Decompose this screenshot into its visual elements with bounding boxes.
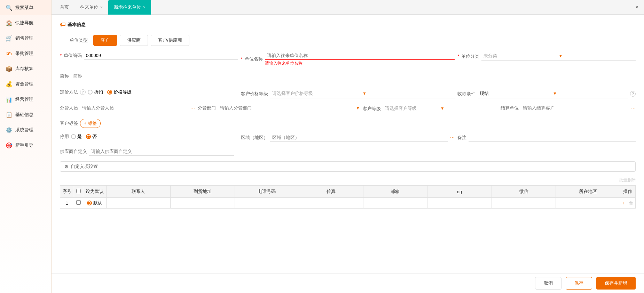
settlement-unit-input[interactable]: [521, 104, 629, 112]
row-qq-input[interactable]: [430, 201, 489, 206]
payment-terms-select[interactable]: 现结 ▼: [478, 89, 628, 98]
table-header-row: 序号 设为默认 联系人 到货地址 电话号码 传真 邮箱 qq 微信 所在地区 操…: [60, 186, 636, 198]
sidebar-item-basic-info[interactable]: 📋 基础信息: [0, 107, 51, 122]
row-wechat[interactable]: [492, 198, 556, 209]
col-fax: 传真: [299, 186, 363, 198]
home-icon: 🏠: [6, 19, 13, 26]
pricing-help-icon[interactable]: ?: [80, 89, 86, 95]
row-region-input[interactable]: [558, 201, 618, 206]
disable-label: 停用: [60, 133, 69, 140]
row-region[interactable]: [556, 198, 620, 209]
remarks-input[interactable]: [469, 133, 636, 142]
row-default-radio[interactable]: 默认: [85, 200, 104, 206]
col-seq: 序号: [60, 186, 74, 198]
batch-delete-button[interactable]: 批量删除: [619, 177, 636, 183]
form-row-4: 分管人员 ··· 分管部门 ▼ 客户等级 请选择客户等级 ▼ 结算单位 ···: [60, 104, 636, 113]
row-phone-input[interactable]: [237, 201, 297, 206]
manager-more-icon[interactable]: ···: [190, 105, 195, 111]
sidebar-item-operations[interactable]: 📊 经营管理: [0, 92, 51, 107]
save-button[interactable]: 保存: [566, 277, 592, 290]
row-address[interactable]: [171, 198, 235, 209]
contact-table: 序号 设为默认 联系人 到货地址 电话号码 传真 邮箱 qq 微信 所在地区 操…: [60, 185, 636, 209]
unit-type-label: 单位类型: [60, 37, 88, 43]
sidebar-item-sales[interactable]: 🛒 销售管理: [0, 31, 51, 46]
tab-counterparty-close[interactable]: ×: [100, 5, 103, 10]
cancel-button[interactable]: 取消: [535, 277, 561, 290]
radio-disable-no[interactable]: 否: [86, 133, 97, 140]
btn-unit-customer[interactable]: 客户: [93, 35, 117, 46]
col-checkbox: [74, 186, 83, 198]
sidebar-item-quick-nav[interactable]: 🏠 快捷导航: [0, 15, 51, 31]
tab-home[interactable]: 首页: [54, 0, 74, 15]
save-new-button[interactable]: 保存并新增: [596, 277, 636, 290]
sidebar-item-inventory[interactable]: 📦 库存核算: [0, 61, 51, 76]
select-all-checkbox[interactable]: [76, 189, 81, 193]
col-region: 所在地区: [556, 186, 620, 198]
row-add-icon[interactable]: +: [622, 201, 625, 206]
short-name-input[interactable]: [71, 72, 192, 80]
region-label: 区域（地区）: [241, 135, 268, 141]
chevron-down-icon-3: ▼: [553, 91, 626, 96]
short-name-label: 简称: [60, 73, 69, 79]
region-more-icon[interactable]: ···: [450, 135, 455, 141]
tab-new-counterparty[interactable]: 新增往来单位 ×: [108, 0, 151, 15]
col-email: 邮箱: [363, 186, 427, 198]
radio-discount[interactable]: 折扣: [88, 89, 103, 95]
department-input[interactable]: [218, 104, 354, 112]
sidebar-item-search[interactable]: 🔍 搜索菜单: [0, 0, 51, 15]
row-phone[interactable]: [235, 198, 299, 209]
row-fax-input[interactable]: [301, 201, 361, 206]
row-checkbox: [74, 198, 83, 209]
form-row-7: 供应商自定义: [60, 147, 636, 156]
add-tag-button[interactable]: + 标签: [80, 119, 101, 128]
btn-unit-both[interactable]: 客户/供应商: [151, 35, 189, 46]
form-group-unit-category: * 单位分类 未分类 ▼: [457, 51, 636, 61]
row-email[interactable]: [363, 198, 427, 209]
row-wechat-input[interactable]: [494, 201, 554, 206]
col-default: 设为默认: [83, 186, 106, 198]
form-group-settlement-unit: 结算单位 ···: [501, 104, 636, 112]
unit-code-input[interactable]: [84, 51, 238, 60]
customer-price-level-select[interactable]: 请选择客户价格等级 ▼: [270, 89, 455, 98]
sidebar-item-label: 经营管理: [15, 96, 33, 103]
remarks-label: 备注: [457, 135, 466, 141]
form-group-disable: 停用 是 否: [60, 133, 238, 140]
sidebar-item-system[interactable]: ⚙️ 系统管理: [0, 122, 51, 138]
settlement-more-icon[interactable]: ···: [631, 105, 636, 111]
tab-bar: 首页 往来单位 × 新增往来单位 × ×: [52, 0, 644, 15]
form-group-remarks: 备注: [457, 133, 636, 142]
window-close-button[interactable]: ×: [635, 4, 638, 10]
row-checkbox-1[interactable]: [76, 200, 81, 205]
row-address-input[interactable]: [173, 201, 233, 206]
row-email-input[interactable]: [366, 201, 425, 206]
sidebar-item-guide[interactable]: 🎯 新手引导: [0, 138, 51, 153]
row-qq[interactable]: [427, 198, 492, 209]
custom-settings-button[interactable]: ⚙ 自定义项设置: [60, 161, 636, 172]
sidebar-item-finance[interactable]: 💰 资金管理: [0, 76, 51, 92]
region-input[interactable]: [270, 133, 448, 142]
pricing-radio-group: 折扣 价格等级: [88, 89, 132, 95]
unit-category-select[interactable]: 未分类 ▼: [481, 51, 636, 61]
row-contact-input[interactable]: [109, 201, 168, 206]
unit-name-input[interactable]: [265, 51, 455, 60]
row-contact[interactable]: [106, 198, 171, 209]
tab-new-counterparty-close[interactable]: ×: [143, 5, 146, 10]
row-delete-icon[interactable]: 🗑: [629, 201, 633, 206]
radio-price-level[interactable]: 价格等级: [107, 89, 132, 95]
manager-input[interactable]: [80, 104, 188, 112]
sidebar-item-label: 新手引导: [15, 142, 33, 148]
customer-level-select[interactable]: 请选择客户等级 ▼: [383, 104, 498, 113]
btn-unit-supplier[interactable]: 供应商: [120, 35, 148, 46]
form-row-tag: 客户标签 + 标签: [60, 119, 636, 128]
form-group-customer-level: 客户等级 请选择客户等级 ▼: [363, 104, 498, 113]
row-fax[interactable]: [299, 198, 363, 209]
sidebar-item-purchase[interactable]: 🛍 采购管理: [0, 46, 51, 61]
manager-label: 分管人员: [60, 105, 78, 111]
tab-counterparty[interactable]: 往来单位 ×: [74, 0, 108, 15]
sidebar-item-label: 库存核算: [15, 66, 33, 72]
cart-icon: 🛒: [6, 35, 13, 42]
supplier-custom-input[interactable]: [89, 147, 234, 156]
chevron-down-icon-5: ▼: [440, 106, 496, 111]
radio-disable-yes[interactable]: 是: [71, 133, 82, 140]
payment-help-icon[interactable]: ?: [630, 91, 636, 97]
